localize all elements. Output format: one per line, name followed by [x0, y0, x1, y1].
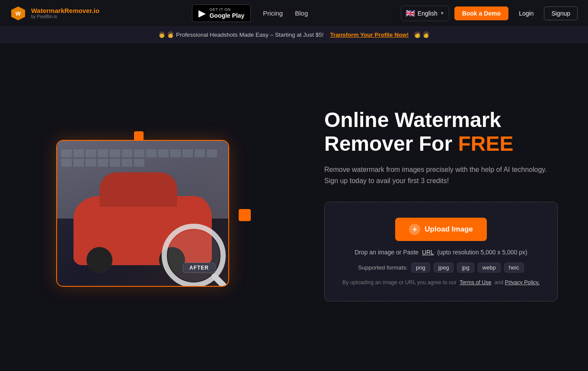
main-content: AFTER Online Watermark Remover For FREE … — [13, 43, 575, 358]
building-windows — [57, 145, 228, 171]
google-play-label: Google Play — [209, 12, 244, 19]
navbar: W WatermarkRemover.io by PixelBin.io ▶ G… — [0, 0, 588, 27]
lang-name: English — [418, 10, 438, 17]
book-demo-button[interactable]: Book a Demo — [454, 6, 508, 20]
signup-button[interactable]: Signup — [544, 6, 578, 20]
hero-description: Remove watermark from images precisely w… — [324, 164, 558, 186]
upload-box: + Upload Image Drop an image or Paste UR… — [324, 202, 558, 301]
terms-of-use-link[interactable]: Terms of Use — [460, 279, 492, 285]
google-play-icon: ▶ — [198, 8, 206, 19]
announcement-text: 👨 👩 Professional Headshots Made Easy – S… — [158, 32, 324, 38]
language-selector[interactable]: 🇬🇧 English ▼ — [401, 6, 449, 21]
svg-line-4 — [214, 276, 229, 287]
format-png: png — [411, 263, 430, 273]
formats-label: Supported formats: — [358, 264, 408, 271]
google-play-button[interactable]: ▶ GET IT ON Google Play — [192, 4, 251, 22]
upload-image-button[interactable]: + Upload Image — [395, 218, 486, 241]
nav-left: W WatermarkRemover.io by PixelBin.io — [10, 6, 99, 21]
format-jpg: jpg — [457, 263, 474, 273]
url-link[interactable]: URL — [422, 249, 434, 256]
blog-link[interactable]: Blog — [295, 10, 308, 17]
hero-card: AFTER — [56, 140, 229, 287]
chevron-down-icon: ▼ — [440, 11, 444, 16]
drop-text: Drop an image or Paste URL (upto resolut… — [337, 249, 545, 256]
format-heic: heic — [504, 263, 524, 273]
hero-title-free: FREE — [458, 132, 513, 155]
privacy-policy-link[interactable]: Privacy Policy. — [505, 279, 540, 285]
svg-text:W: W — [16, 10, 21, 17]
deco-square-1 — [134, 131, 144, 141]
logo-title: WatermarkRemover.io — [31, 7, 99, 15]
pricing-link[interactable]: Pricing — [263, 10, 283, 17]
svg-point-3 — [168, 230, 220, 282]
magnifier-icon — [159, 221, 229, 287]
nav-center: ▶ GET IT ON Google Play Pricing Blog — [192, 4, 308, 22]
logo-icon: W — [10, 6, 26, 21]
hero-right: Online Watermark Remover For FREE Remove… — [298, 108, 558, 302]
deco-square-3 — [239, 209, 251, 221]
login-button[interactable]: Login — [514, 6, 539, 20]
hero-title-line2: Remover For — [324, 132, 458, 155]
format-jpeg: jpeg — [434, 263, 454, 273]
formats-row: Supported formats: png jpeg jpg webp hei… — [337, 263, 545, 273]
announcement-bar: 👨 👩 Professional Headshots Made Easy – S… — [0, 27, 588, 43]
nav-right: 🇬🇧 English ▼ Book a Demo Login Signup — [401, 6, 578, 21]
format-webp: webp — [478, 263, 501, 273]
announcement-cta[interactable]: Transform Your Profile Now! — [330, 32, 409, 38]
hero-image-wrapper: AFTER — [30, 123, 255, 287]
logo-subtitle: by PixelBin.io — [31, 14, 99, 19]
terms-text: By uploading an image or URL you agree t… — [337, 279, 545, 285]
flag-icon: 🇬🇧 — [406, 9, 415, 18]
hero-title-line1: Online Watermark — [324, 108, 501, 131]
get-it-on-label: GET IT ON — [209, 7, 244, 12]
hero-title: Online Watermark Remover For FREE — [324, 108, 558, 155]
upload-button-label: Upload Image — [425, 225, 473, 234]
logo-text: WatermarkRemover.io by PixelBin.io — [31, 7, 99, 19]
upload-plus-icon: + — [409, 224, 420, 235]
announcement-emoji-end: 🧑 👩 — [414, 32, 430, 38]
